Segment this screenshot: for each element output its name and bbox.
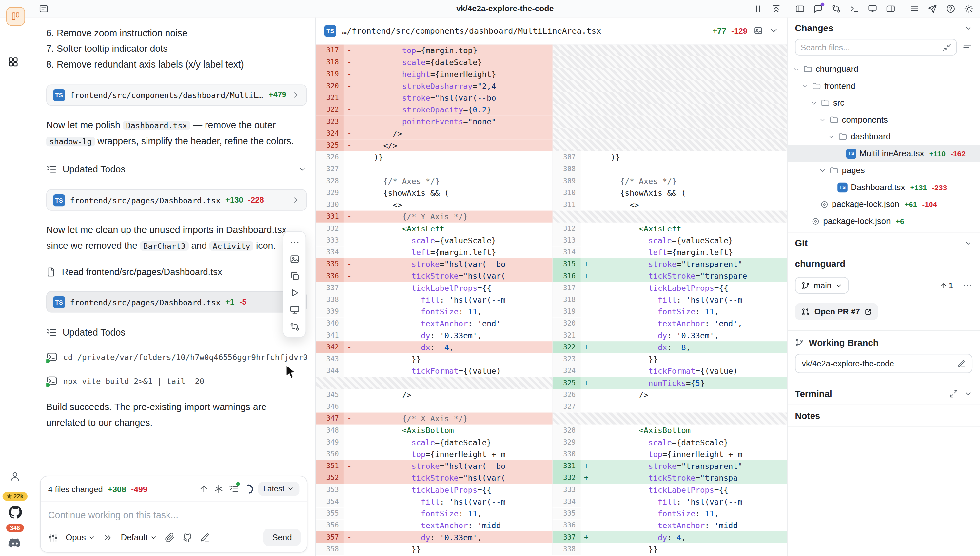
diff-old-line: 354 fill: 'hsl(var(--m <box>316 496 552 508</box>
tree-folder-row[interactable]: components <box>788 111 980 128</box>
additions-count: +61 <box>904 200 917 208</box>
diff-marker: - <box>344 92 355 103</box>
diff-old-line: 342- dx: -4, <box>316 341 552 353</box>
code-line: {showAxis && ( <box>592 187 787 199</box>
search-input[interactable] <box>801 43 939 52</box>
chevron-down-icon[interactable] <box>819 116 826 124</box>
panel-right-icon[interactable] <box>886 3 896 14</box>
diff-new-line: 308 <box>552 163 787 175</box>
model-dropdown[interactable]: Opus <box>66 533 96 542</box>
changes-section-header[interactable]: Changes <box>788 18 980 39</box>
terminal-command-row[interactable]: npx vite build 2>&1 | tail -20 <box>46 374 307 388</box>
diff-old-line: 358 }} <box>316 543 552 555</box>
line-number: 339 <box>316 305 344 317</box>
chat-bubble-icon[interactable] <box>813 3 823 14</box>
github-icon[interactable] <box>7 504 23 520</box>
chevron-down-icon[interactable] <box>964 390 972 398</box>
more-options-icon[interactable] <box>962 280 973 291</box>
code-line: scale={dateScale} <box>592 436 787 448</box>
settings-gear-icon[interactable] <box>964 3 974 14</box>
diff-marker <box>344 199 355 210</box>
file-chip[interactable]: TSfrontend/src/components/dashboard/Mult… <box>46 84 307 105</box>
ahead-count[interactable]: 1 <box>940 281 953 290</box>
git-section-header[interactable]: Git <box>788 233 980 254</box>
chevron-down-icon[interactable] <box>964 239 972 247</box>
code-line: {showAxis && ( <box>355 187 552 199</box>
chevron-down-icon[interactable] <box>828 133 835 140</box>
spark-icon[interactable] <box>214 484 224 494</box>
read-file-row[interactable]: Read frontend/src/pages/Dashboard.tsx <box>46 265 307 279</box>
screenshot-icon[interactable] <box>289 254 300 264</box>
tree-file-row[interactable]: TSMultiLineArea.tsx+110-162 <box>788 145 980 162</box>
collapse-all-icon[interactable] <box>962 42 973 52</box>
open-pr-button[interactable]: Open PR #7 <box>795 303 878 320</box>
menu-icon[interactable] <box>909 3 920 14</box>
updated-todos-row[interactable]: Updated Todos <box>46 324 307 340</box>
github-icon[interactable] <box>182 532 193 543</box>
edit-branch-icon[interactable] <box>957 359 965 368</box>
tree-folder-row[interactable]: pages <box>788 162 980 179</box>
file-chip[interactable]: TSfrontend/src/pages/Dashboard.tsx+1-5 <box>46 291 307 313</box>
working-branch-input[interactable] <box>802 359 953 369</box>
tree-file-row[interactable]: TSDashboard.tsx+131-233 <box>788 179 980 196</box>
mode-dropdown[interactable]: Default <box>121 533 158 542</box>
panel-left-icon[interactable] <box>795 3 805 14</box>
code-line: textAnchor: 'midd <box>355 520 552 532</box>
git-compare-icon[interactable] <box>831 3 841 14</box>
tree-folder-row[interactable]: churnguard <box>788 61 980 78</box>
terminal-command-row[interactable]: cd /private/var/folders/10/h7w0q46556ggr… <box>46 350 307 364</box>
skip-icon[interactable] <box>103 532 113 543</box>
workspace-icon[interactable] <box>6 7 25 26</box>
latest-dropdown[interactable]: Latest <box>258 482 299 496</box>
chevron-down-icon[interactable] <box>769 26 779 36</box>
diff-old-line: 330 <> <box>316 199 552 210</box>
help-icon[interactable] <box>946 3 956 14</box>
tree-folder-row[interactable]: dashboard <box>788 128 980 145</box>
notes-section-header[interactable]: Notes <box>788 405 980 427</box>
tree-file-row[interactable]: package-lock.json+6 <box>788 212 980 229</box>
shrink-icon[interactable] <box>943 43 951 52</box>
collapse-up-icon[interactable] <box>771 3 781 14</box>
discord-icon[interactable] <box>8 536 23 551</box>
pause-icon[interactable] <box>753 3 764 14</box>
tree-folder-row[interactable]: frontend <box>788 78 980 94</box>
display-icon[interactable] <box>868 3 878 14</box>
grid-view-icon[interactable] <box>8 57 19 68</box>
branch-select[interactable]: main <box>795 277 849 294</box>
model-settings-icon[interactable] <box>48 532 58 543</box>
file-chip[interactable]: TSfrontend/src/pages/Dashboard.tsx+130-2… <box>46 189 307 211</box>
json-file-icon <box>820 200 829 208</box>
code-line: {/* X Axis */} <box>355 413 552 425</box>
chevron-down-icon[interactable] <box>793 65 800 73</box>
compare-icon[interactable] <box>289 321 300 332</box>
scroll-up-icon[interactable] <box>199 484 209 494</box>
diff-old-line: 350 top={innerHeight + m <box>316 448 552 460</box>
chevron-down-icon[interactable] <box>819 166 826 174</box>
send-button[interactable]: Send <box>263 529 301 546</box>
terminal-section-header[interactable]: Terminal <box>788 383 980 404</box>
terminal-icon[interactable] <box>849 3 859 14</box>
code-line: tickStroke="transpa <box>592 472 787 484</box>
code-line: <> <box>592 199 787 210</box>
tree-file-row[interactable]: package-lock.json+61-104 <box>788 196 980 212</box>
updated-todos-row[interactable]: Updated Todos <box>46 161 307 177</box>
chevron-down-icon[interactable] <box>801 82 809 90</box>
run-icon[interactable] <box>289 288 300 298</box>
expand-icon[interactable] <box>949 390 958 398</box>
line-number: 325 <box>553 377 581 389</box>
more-options-icon[interactable] <box>289 237 300 247</box>
attach-icon[interactable] <box>165 532 175 543</box>
image-diff-icon[interactable] <box>753 26 764 36</box>
code-line: <> <box>355 199 552 210</box>
todo-list-icon[interactable] <box>229 484 239 494</box>
user-profile-icon[interactable] <box>10 471 21 482</box>
copy-icon[interactable] <box>289 271 300 281</box>
preview-icon[interactable] <box>289 305 300 315</box>
chevron-down-icon[interactable] <box>810 99 817 107</box>
message-input[interactable] <box>40 502 307 522</box>
tree-folder-row[interactable]: src <box>788 94 980 111</box>
share-icon[interactable] <box>928 3 938 14</box>
chevron-down-icon[interactable] <box>964 24 972 32</box>
chat-transcript: 6. Remove zoom instruction noise7. Softe… <box>30 18 315 556</box>
edit-icon[interactable] <box>200 532 210 543</box>
